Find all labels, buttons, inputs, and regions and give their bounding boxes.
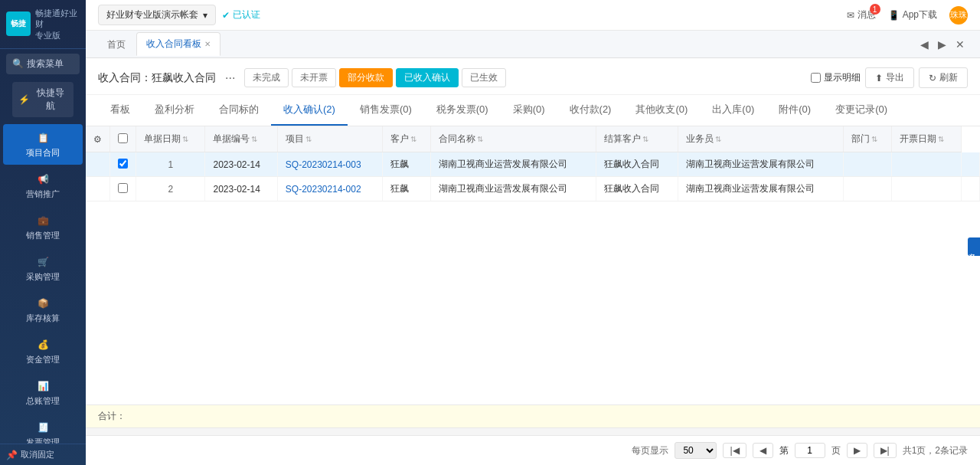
status-btn-已生效[interactable]: 已生效 xyxy=(462,68,506,87)
nav-icon: 🧾 xyxy=(35,420,51,435)
row-customer: 湖南卫视商业运营发展有限公司 xyxy=(430,152,596,177)
status-btn-未开票[interactable]: 未开票 xyxy=(292,68,336,87)
sidebar-item-项目合同[interactable]: 📋项目合同 xyxy=(3,124,83,165)
sidebar-item-销售管理[interactable]: 💼销售管理 xyxy=(3,207,83,247)
sidebar: 畅捷 畅捷通好业财专业版 🔍 搜索菜单 ⚡ 快捷导航 📋项目合同📢营销推广💼销售… xyxy=(0,0,86,465)
tab-close-icon[interactable]: ✕ xyxy=(204,40,211,48)
app-download-button[interactable]: 📱 App下载 xyxy=(888,8,937,21)
inner-tab-其他收支(0)[interactable]: 其他收支(0) xyxy=(623,95,700,126)
sidebar-item-库存核算[interactable]: 📦库存核算 xyxy=(3,290,83,330)
col-结算客户[interactable]: 结算客户⇅ xyxy=(596,126,678,152)
sidebar-item-营销推广[interactable]: 📢营销推广 xyxy=(3,165,83,206)
inner-tab-采购(0)[interactable]: 采购(0) xyxy=(501,95,557,126)
first-page-button[interactable]: |◀ xyxy=(723,443,746,458)
inner-tab-收入确认(2)[interactable]: 收入确认(2) xyxy=(271,95,348,126)
quick-nav-button[interactable]: ⚡ 快捷导航 xyxy=(12,82,74,117)
company-selector[interactable]: 好业财专业版演示帐套 ▾ xyxy=(98,5,216,25)
show-detail-checkbox[interactable] xyxy=(811,73,821,83)
col-合同名称[interactable]: 合同名称⇅ xyxy=(430,126,596,152)
search-menu-button[interactable]: 🔍 搜索菜单 xyxy=(6,54,80,74)
quick-nav-section: ⚡ 快捷导航 xyxy=(0,79,86,123)
row-invoice-date xyxy=(961,177,979,201)
next-page-button[interactable]: ▶ xyxy=(847,443,867,458)
inner-tab-看板[interactable]: 看板 xyxy=(98,95,142,126)
nav-icon: 💼 xyxy=(35,213,51,228)
status-btn-部分收款[interactable]: 部分收款 xyxy=(339,68,393,87)
settings-icon[interactable]: ⚙ xyxy=(93,134,102,145)
download-icon: 📱 xyxy=(888,10,900,21)
tab-forward-button[interactable]: ▶ xyxy=(935,37,949,52)
avatar: 珠珠 xyxy=(949,6,968,25)
status-btn-已收入确认[interactable]: 已收入确认 xyxy=(396,68,459,87)
col-开票日期[interactable]: 开票日期⇅ xyxy=(892,126,961,152)
sidebar-item-发票管理[interactable]: 🧾发票管理 xyxy=(3,414,83,444)
tab-首页[interactable]: 首页 xyxy=(98,34,135,56)
table-row[interactable]: 1 2023-02-14 SQ-20230214-003 狂飙 湖南卫视商业运营… xyxy=(86,152,980,177)
inner-tab-收付款(2)[interactable]: 收付款(2) xyxy=(557,95,624,126)
show-detail-checkbox-label[interactable]: 显示明细 xyxy=(811,71,861,84)
inner-tab-盈利分析[interactable]: 盈利分析 xyxy=(142,95,207,126)
col-客户[interactable]: 客户⇅ xyxy=(382,126,430,152)
row-number: SQ-20230214-003 xyxy=(277,152,382,177)
data-table: ⚙单据日期⇅单据编号⇅项目⇅客户⇅合同名称⇅结算客户⇅业务员⇅部门⇅开票日期⇅ … xyxy=(86,126,980,201)
horizontal-scrollbar[interactable] xyxy=(86,427,980,435)
nav-icon: 💰 xyxy=(35,337,51,352)
tab-back-button[interactable]: ◀ xyxy=(917,37,932,52)
user-profile[interactable]: 珠珠 xyxy=(949,6,968,25)
row-date: 2023-02-14 xyxy=(205,177,277,201)
sidebar-item-采购管理[interactable]: 🛒采购管理 xyxy=(3,248,83,289)
row-project: 狂飙 xyxy=(382,152,430,177)
pin-button[interactable]: 📌 取消固定 xyxy=(0,444,86,465)
col-checkbox xyxy=(110,126,136,152)
col-部门[interactable]: 部门⇅ xyxy=(844,126,892,152)
inner-tab-销售发票(0)[interactable]: 销售发票(0) xyxy=(348,95,424,126)
row-number-link[interactable]: SQ-20230214-003 xyxy=(286,159,361,170)
row-number-link[interactable]: SQ-20230214-002 xyxy=(286,184,361,195)
more-options-button[interactable]: ··· xyxy=(225,71,235,85)
nav-icon: 📦 xyxy=(35,296,51,311)
tab-收入合同看板[interactable]: 收入合同看板 ✕ xyxy=(136,32,220,56)
prev-page-button[interactable]: ◀ xyxy=(753,443,773,458)
status-buttons: 未完成未开票部分收款已收入确认已生效 xyxy=(244,68,506,87)
refresh-icon: ↻ xyxy=(929,73,936,84)
certified-badge: ✔ 已认证 xyxy=(222,8,260,21)
inner-tab-合同标的[interactable]: 合同标的 xyxy=(207,95,271,126)
row-num: 1 xyxy=(136,152,205,177)
inner-tab-变更记录(0)[interactable]: 变更记录(0) xyxy=(823,95,900,126)
show-detail-label: 显示明细 xyxy=(824,71,861,84)
sidebar-item-总账管理[interactable]: 📊总账管理 xyxy=(3,372,83,413)
sidebar-search-section: 🔍 搜索菜单 xyxy=(0,49,86,79)
chevron-down-icon: ▾ xyxy=(203,10,207,21)
tab-close-button[interactable]: ✕ xyxy=(952,37,968,52)
row-checkbox[interactable] xyxy=(118,159,128,169)
message-button[interactable]: ✉ 消息 1 xyxy=(847,8,876,21)
row-checkbox-cell[interactable] xyxy=(110,152,136,177)
row-num: 2 xyxy=(136,177,205,201)
col-单据日期[interactable]: 单据日期⇅ xyxy=(136,126,205,152)
sidebar-item-资金管理[interactable]: 💰资金管理 xyxy=(3,331,83,372)
last-page-button[interactable]: ▶| xyxy=(874,443,897,458)
row-checkbox-cell[interactable] xyxy=(110,177,136,201)
refresh-button[interactable]: ↻ 刷新 xyxy=(919,67,968,88)
row-gear-cell xyxy=(86,177,110,201)
export-button[interactable]: ⬆ 导出 xyxy=(865,67,914,88)
table-row[interactable]: 2 2023-02-14 SQ-20230214-002 狂飙 湖南卫视商业运营… xyxy=(86,177,980,201)
row-customer: 湖南卫视商业运营发展有限公司 xyxy=(430,177,596,201)
inner-tab-税务发票(0)[interactable]: 税务发票(0) xyxy=(424,95,501,126)
page-unit: 页 xyxy=(831,444,841,457)
row-checkbox[interactable] xyxy=(118,183,128,193)
topbar-left: 好业财专业版演示帐套 ▾ ✔ 已认证 xyxy=(98,5,260,25)
col-项目[interactable]: 项目⇅ xyxy=(277,126,382,152)
page-input[interactable] xyxy=(795,443,825,458)
inner-tab-附件(0)[interactable]: 附件(0) xyxy=(766,95,823,126)
col-业务员[interactable]: 业务员⇅ xyxy=(678,126,843,152)
select-all-checkbox[interactable] xyxy=(118,133,128,143)
col-单据编号[interactable]: 单据编号⇅ xyxy=(205,126,277,152)
row-project: 狂飙 xyxy=(382,177,430,201)
side-note-button[interactable]: 备注 xyxy=(968,237,980,256)
status-btn-未完成[interactable]: 未完成 xyxy=(244,68,289,87)
per-page-select[interactable]: 50 100 200 xyxy=(675,442,717,459)
tab-label: 首页 xyxy=(107,38,126,51)
inner-tab-出入库(0)[interactable]: 出入库(0) xyxy=(700,95,766,126)
nav-icon: 📋 xyxy=(35,130,51,146)
